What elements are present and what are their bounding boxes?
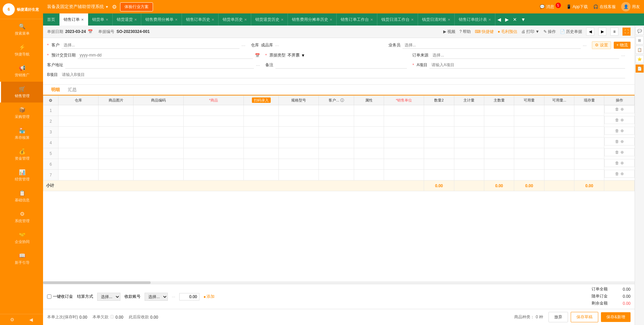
sidebar-item-sales[interactable]: 🛒 销售管理 [0, 82, 43, 103]
row-main-measure-3[interactable] [454, 127, 484, 137]
row-unit-7[interactable] [384, 170, 424, 180]
header-settings-icon[interactable]: ⚙ [112, 4, 117, 10]
tab-close-icon[interactable]: ✕ [370, 18, 373, 22]
tab-close-icon[interactable]: ✕ [134, 18, 137, 22]
profit-forecast-btn[interactable]: ● 毛利预估 [498, 29, 517, 35]
deposit-amount-input[interactable] [179, 293, 199, 300]
tab-sales-stat[interactable]: 销售订单统计表 ✕ [455, 13, 495, 26]
one-click-deposit-checkbox[interactable]: 一键收订金 [47, 294, 73, 299]
app-title-selector[interactable]: 装备及固定资产辅助管理系统 ▼ [47, 4, 109, 10]
online-service-action[interactable]: 🎧 在线客服 [593, 4, 616, 10]
sidebar-item-basic-info[interactable]: 📋 基础信息 [0, 186, 43, 207]
row-attr-4[interactable] [354, 137, 384, 148]
user-action[interactable]: 👤 用友 [621, 2, 640, 11]
tab-close-icon[interactable]: ✕ [175, 18, 178, 22]
discard-button[interactable]: 放弃 [548, 312, 568, 322]
add-logistics-button[interactable]: + 物流 [614, 42, 631, 49]
sidebar-item-cooperation[interactable]: 🤝 企业协同 [0, 228, 43, 248]
row-qty2-7[interactable] [424, 170, 454, 180]
row-attr-1[interactable] [354, 105, 384, 116]
tab-close-all-btn[interactable]: ✕ [511, 17, 519, 22]
row-attr-3[interactable] [354, 127, 384, 137]
row-main-measure-5[interactable] [454, 148, 484, 159]
row-attr-7[interactable] [354, 170, 384, 180]
tab-cash-goods-workbench[interactable]: 钱货日清工作台 ✕ [377, 13, 418, 26]
sidebar-item-purchase[interactable]: 📦 采购管理 [0, 103, 43, 123]
row-warehouse-1[interactable] [58, 105, 98, 116]
row-customer-code-6[interactable] [319, 159, 354, 170]
row-qty2-2[interactable] [424, 116, 454, 127]
delivery-date-input[interactable] [78, 52, 253, 59]
video-btn[interactable]: ▶ 视频 [443, 29, 455, 35]
row-main-qty-4[interactable] [484, 137, 514, 148]
scan-input-button[interactable]: 扫码录入 [252, 97, 271, 103]
tab-close-icon[interactable]: ✕ [244, 18, 247, 22]
sidebar-item-inventory[interactable]: 🏪 库存核算 [0, 123, 43, 144]
tab-close-icon[interactable]: ✕ [488, 18, 491, 22]
row-product-4[interactable] [184, 137, 244, 148]
order-source-input[interactable] [430, 52, 619, 59]
row-qty2-6[interactable] [424, 159, 454, 170]
row-customer-code-2[interactable] [319, 116, 354, 127]
tab-close-icon[interactable]: ✕ [330, 18, 332, 22]
sidebar-collapse-icon[interactable]: ◀ [29, 317, 33, 322]
history-doc-btn[interactable]: 📄 历史单据 [560, 29, 582, 35]
row-qty2-1[interactable] [424, 105, 454, 116]
calendar-icon[interactable]: 📅 [88, 29, 93, 34]
row-warehouse-7[interactable] [58, 170, 98, 180]
b-project-input[interactable] [60, 71, 625, 78]
row-spec-7[interactable] [279, 170, 319, 180]
a-project-input[interactable] [429, 62, 625, 69]
tab-sales-return[interactable]: 销货退货 ✕ [113, 13, 141, 26]
row-sku-3[interactable] [134, 127, 184, 137]
address-input[interactable] [65, 62, 254, 69]
row-warehouse-5[interactable] [58, 148, 98, 159]
shortcut-btn[interactable]: ⌨ 快捷键 [475, 29, 494, 35]
sidebar-item-marketing[interactable]: 📢 营销推广 [0, 61, 43, 82]
row-main-qty-1[interactable] [484, 105, 514, 116]
sidebar-item-search[interactable]: 🔍 搜索菜单 [0, 19, 43, 40]
row-customer-code-1[interactable] [319, 105, 354, 116]
row-qty2-3[interactable] [424, 127, 454, 137]
row-product-5[interactable] [184, 148, 244, 159]
right-panel-btn-3[interactable]: 📋 [636, 46, 644, 54]
delete-row-icon[interactable]: 🗑 [615, 118, 619, 122]
row-spec-5[interactable] [279, 148, 319, 159]
tab-home[interactable]: 首页 [43, 13, 60, 26]
row-unit-3[interactable] [384, 127, 424, 137]
delete-row-icon[interactable]: 🗑 [615, 150, 619, 155]
sidebar-item-finance[interactable]: 💰 资金管理 [0, 144, 43, 165]
copy-row-icon[interactable]: ⊕ [620, 161, 624, 165]
row-attr-2[interactable] [354, 116, 384, 127]
tab-prev-btn[interactable]: ◀ [495, 17, 503, 22]
row-sku-6[interactable] [134, 159, 184, 170]
order-source-expand-icon[interactable]: ··· [621, 53, 625, 58]
account-select[interactable]: 选择... [145, 293, 168, 301]
row-qty2-4[interactable] [424, 137, 454, 148]
row-sku-5[interactable] [134, 148, 184, 159]
remark-input[interactable] [275, 62, 407, 69]
message-action[interactable]: 💬 消息 5 [540, 4, 561, 10]
row-spec-2[interactable] [279, 116, 319, 127]
row-spec-4[interactable] [279, 137, 319, 148]
row-sku-1[interactable] [134, 105, 184, 116]
row-main-measure-1[interactable] [454, 105, 484, 116]
row-main-qty-7[interactable] [484, 170, 514, 180]
row-spec-3[interactable] [279, 127, 319, 137]
tab-close-icon[interactable]: ✕ [106, 18, 108, 22]
operation-btn[interactable]: ✎ 操作 [543, 29, 556, 35]
sidebar-item-system[interactable]: ⚙ 系统管理 [0, 207, 43, 228]
row-warehouse-4[interactable] [58, 137, 98, 148]
copy-row-icon[interactable]: ⊕ [620, 107, 624, 112]
tab-detail[interactable]: 明细 [47, 85, 64, 95]
tab-sales-order[interactable]: 销售订单 ✕ [60, 13, 88, 26]
row-main-measure-2[interactable] [454, 116, 484, 127]
industry-button[interactable]: 体验行业方案 [120, 2, 153, 11]
tab-fee-split[interactable]: 销售费用分摊单 ✕ [141, 13, 182, 26]
right-panel-btn-1[interactable]: 💬 [636, 27, 644, 35]
staff-input[interactable] [403, 42, 581, 49]
staff-expand-icon[interactable]: ··· [583, 43, 587, 48]
tab-summary[interactable]: 汇总 [64, 85, 81, 95]
payment-dots[interactable]: ··· [172, 294, 175, 299]
row-main-qty-2[interactable] [484, 116, 514, 127]
